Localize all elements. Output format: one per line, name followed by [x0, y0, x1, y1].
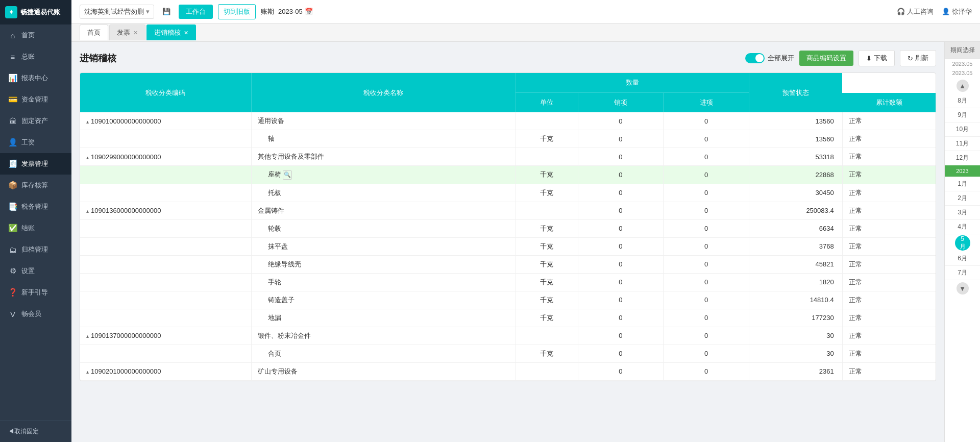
sidebar-item-membership[interactable]: V 畅会员	[0, 303, 71, 325]
cell-purchase: 0	[664, 202, 749, 219]
product-code-btn[interactable]: 商品编码设置	[799, 51, 853, 66]
period-list: 2023.05 2023.05 ▲ 8月 9月 10月 11月 12月 2023…	[945, 59, 980, 442]
search-small-icon[interactable]: 🔍	[283, 170, 292, 180]
sidebar-item-ledger[interactable]: ≡ 总账	[0, 46, 71, 67]
invoice-icon: 🧾	[8, 159, 17, 168]
sidebar-item-guide[interactable]: ❓ 新手引导	[0, 282, 71, 303]
period-month-5[interactable]: 5月	[955, 235, 970, 251]
cell-status: 正常	[842, 184, 936, 202]
cell-purchase: 0	[664, 148, 749, 166]
sidebar-item-label: 总账	[21, 52, 35, 61]
save-draft-button[interactable]: 💾	[159, 6, 174, 17]
cell-sale: 0	[578, 184, 664, 202]
cell-purchase: 0	[664, 362, 749, 380]
period-month-7[interactable]: 7月	[945, 266, 980, 280]
period-panel-header: 期间选择	[945, 42, 980, 59]
cell-unit: 千克	[516, 255, 578, 273]
cell-sale: 0	[578, 130, 664, 148]
cell-unit: 千克	[516, 184, 578, 202]
cell-unit	[516, 327, 578, 345]
cell-sale: 0	[578, 237, 664, 255]
period-month-6[interactable]: 6月	[945, 252, 980, 266]
expand-icon[interactable]: ▴	[86, 155, 89, 160]
cell-name: 轮毂	[251, 219, 516, 237]
period-display: 账期 2023-05 📅	[261, 7, 313, 16]
cell-name: 轴	[251, 130, 516, 148]
tab-home[interactable]: 首页	[80, 24, 108, 40]
user-menu[interactable]: 👤 徐泽华	[942, 7, 972, 16]
sidebar-item-settlement[interactable]: ✅ 结账	[0, 217, 71, 239]
download-btn[interactable]: ⬇ 下载	[859, 50, 895, 66]
period-month-4[interactable]: 4月	[945, 220, 980, 234]
expand-icon[interactable]: ▴	[86, 119, 89, 125]
period-nav-up[interactable]: ▲	[957, 80, 969, 92]
sidebar-item-capital[interactable]: 💳 资金管理	[0, 89, 71, 110]
download-label: 下载	[874, 54, 887, 63]
sidebar-item-fixed-assets[interactable]: 🏛 固定资产	[0, 110, 71, 132]
cell-purchase: 0	[664, 219, 749, 237]
cell-purchase: 0	[664, 309, 749, 327]
sidebar-item-settings[interactable]: ⚙ 设置	[0, 260, 71, 282]
support-link[interactable]: 🎧 人工咨询	[897, 7, 934, 16]
sidebar-item-tax[interactable]: 📑 税务管理	[0, 196, 71, 217]
expand-all-toggle[interactable]	[745, 53, 765, 63]
sidebar-item-report[interactable]: 📊 报表中心	[0, 67, 71, 89]
calendar-icon[interactable]: 📅	[305, 8, 313, 15]
expand-icon[interactable]: ▴	[86, 369, 89, 375]
sidebar-item-archive[interactable]: 🗂 归档管理	[0, 239, 71, 260]
page-actions: 全部展开 商品编码设置 ⬇ 下载 ↻ 刷新	[745, 50, 936, 66]
main-table: 税收分类编码 税收分类名称 数量 预警状态 单位 销项 进项 累计数额	[80, 72, 936, 381]
sidebar-item-label: 税务管理	[21, 202, 48, 211]
period-month-10[interactable]: 10月	[945, 122, 980, 137]
period-month-1[interactable]: 1月	[945, 177, 980, 191]
expand-icon[interactable]: ▴	[86, 333, 89, 339]
cell-purchase: 0	[664, 255, 749, 273]
sidebar-item-label: 库存核算	[21, 181, 48, 190]
cell-cumulative: 2361	[749, 362, 842, 380]
th-unit: 单位	[516, 93, 578, 113]
company-selector[interactable]: 沈海英测试经营勿删 ▾	[80, 5, 154, 19]
period-nav-down[interactable]: ▼	[957, 282, 969, 294]
cell-code: ▴1090100000000000000	[80, 112, 251, 130]
cell-name: 通用设备	[251, 112, 516, 130]
period-month-3[interactable]: 3月	[945, 206, 980, 220]
cell-status: 正常	[842, 291, 936, 309]
period-month-12[interactable]: 12月	[945, 151, 980, 165]
cell-name: 其他专用设备及零部件	[251, 148, 516, 166]
sidebar-item-label: 资金管理	[21, 95, 48, 104]
sidebar-item-inventory[interactable]: 📦 库存核算	[0, 175, 71, 196]
period-panel-collapse[interactable]: ›	[944, 232, 945, 252]
headset-icon: 🎧	[897, 8, 905, 15]
cell-purchase: 0	[664, 184, 749, 202]
sidebar-item-label: 发票管理	[21, 159, 48, 168]
cell-purchase: 0	[664, 327, 749, 345]
period-month-8[interactable]: 8月	[945, 94, 980, 108]
cell-purchase: 0	[664, 273, 749, 291]
fixed-assets-icon: 🏛	[8, 117, 17, 126]
period-label: 账期	[261, 7, 274, 16]
cell-cumulative: 250083.4	[749, 202, 842, 219]
cell-sale: 0	[578, 166, 664, 184]
old-version-button[interactable]: 切到旧版	[218, 4, 256, 19]
th-cumulative: 累计数额	[842, 93, 936, 113]
sidebar-collapse-btn[interactable]: ◀取消固定	[0, 421, 71, 442]
sidebar-item-payroll[interactable]: 👤 工资	[0, 132, 71, 153]
workbench-button[interactable]: 工作台	[179, 5, 213, 19]
tab-invoice[interactable]: 发票 ✕	[109, 24, 145, 40]
cell-unit	[516, 148, 578, 166]
refresh-btn[interactable]: ↻ 刷新	[900, 50, 936, 66]
check-tab-close[interactable]: ✕	[184, 30, 188, 36]
cell-status: 正常	[842, 345, 936, 362]
period-month-2[interactable]: 2月	[945, 191, 980, 206]
period-month-11[interactable]: 11月	[945, 137, 980, 151]
cell-status: 正常	[842, 273, 936, 291]
sidebar-item-home[interactable]: ⌂ 首页	[0, 24, 71, 46]
invoice-tab-close[interactable]: ✕	[133, 30, 138, 36]
expand-icon[interactable]: ▴	[86, 208, 89, 214]
tab-check[interactable]: 进销稽核 ✕	[146, 24, 196, 40]
download-icon: ⬇	[866, 55, 872, 62]
cell-code: ▴1090136000000000000	[80, 202, 251, 219]
tax-icon: 📑	[8, 202, 17, 211]
sidebar-item-invoice[interactable]: 🧾 发票管理	[0, 153, 71, 175]
period-month-9[interactable]: 9月	[945, 108, 980, 122]
